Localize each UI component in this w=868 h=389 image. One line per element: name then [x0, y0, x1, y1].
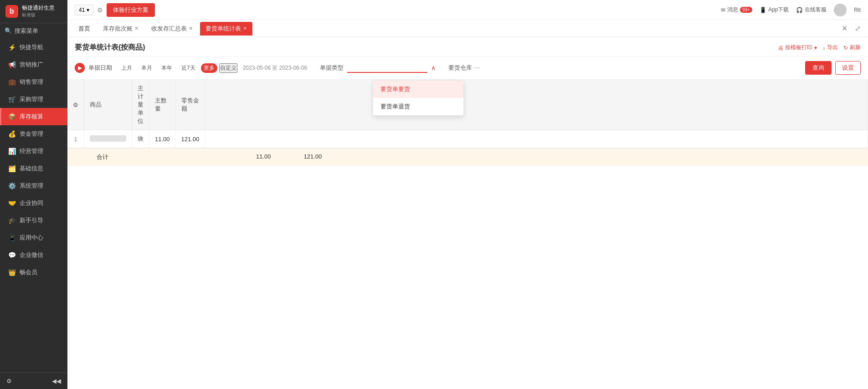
warehouse-filter-label: 要货仓库 — [448, 64, 472, 72]
wechat-icon: 💬 — [8, 251, 16, 259]
date-btn-last-month[interactable]: 上月 — [118, 63, 136, 73]
col-extra — [205, 80, 868, 130]
chevron-down-icon: ▾ — [87, 7, 89, 13]
sidebar-item-vip[interactable]: 👑 畅会员 — [0, 264, 67, 281]
tab-order-stats[interactable]: 要货单统计表 ✕ — [200, 22, 252, 36]
col-goods: 商品 — [84, 80, 132, 130]
settings-icon[interactable]: ⚙ — [97, 6, 103, 14]
tab-restore-icon[interactable]: ⤢ — [853, 22, 863, 35]
sidebar-item-guide[interactable]: 🎓 新手引导 — [0, 212, 67, 229]
print-template-btn[interactable]: 🖨 按模板打印 ▾ — [778, 44, 817, 51]
print-icon: 🖨 — [778, 45, 783, 51]
app-download-btn[interactable]: 📱 App下载 — [760, 6, 789, 14]
sidebar-item-quick-nav[interactable]: ⚡ 快捷导航 — [0, 39, 67, 56]
filter-expand-btn[interactable]: ▶ — [75, 63, 85, 73]
cell-amount: 121.00 — [175, 130, 205, 148]
sidebar-item-basic-info[interactable]: 🗂️ 基础信息 — [0, 160, 67, 177]
date-range-display: 2023-05-06 至 2023-06-06 — [243, 64, 307, 72]
tabbar: 首页 库存批次账 ✕ 收发存汇总表 ✕ 要货单统计表 ✕ ✕ ⤢ — [67, 20, 868, 37]
data-table: ⚙ 商品 主计量单位 主数量 零售金额 1 — [67, 80, 868, 148]
app-center-icon: 📱 — [8, 234, 16, 241]
type-filter-arrow[interactable]: ∧ — [431, 64, 436, 72]
guide-icon: 🎓 — [8, 217, 16, 224]
cell-index: 1 — [67, 130, 84, 148]
sidebar-item-label: 新手引导 — [20, 216, 43, 225]
mobile-icon: 📱 — [760, 7, 766, 13]
sidebar-item-label: 营销推广 — [20, 61, 43, 69]
sidebar-search-label: 搜索菜单 — [15, 27, 38, 35]
sidebar-item-inventory[interactable]: 📦 库存核算 — [0, 108, 67, 125]
date-btn-this-year[interactable]: 本年 — [158, 63, 176, 73]
footer-total-amount: 121.00 — [304, 153, 322, 161]
filter-type-section: 单据类型 ∧ — [320, 63, 436, 73]
tab-inventory-batch[interactable]: 库存批次账 ✕ — [98, 22, 144, 36]
sidebar-search[interactable]: 🔍 搜索菜单 — [0, 23, 67, 39]
online-service-btn[interactable]: 🎧 在线客服 — [796, 6, 827, 14]
user-avatar[interactable] — [834, 4, 847, 16]
sidebar: b 畅捷通好生意 标准版 🔍 搜索菜单 ⚡ 快捷导航 📢 营销推广 💼 销售管理… — [0, 0, 67, 389]
type-filter-label: 单据类型 — [320, 64, 344, 72]
tab-order-stats-close[interactable]: ✕ — [243, 26, 247, 31]
warehouse-filter-dots[interactable]: ··· — [474, 64, 480, 72]
tab-inventory-batch-close[interactable]: ✕ — [134, 26, 139, 31]
setting-btn[interactable]: 设置 — [835, 61, 861, 75]
topbar-left: 41 ▾ ⚙ 体验行业方案 — [75, 3, 715, 17]
enterprise-icon: 🤝 — [8, 200, 16, 207]
tab-receivable-summary[interactable]: 收发存汇总表 ✕ — [146, 22, 198, 36]
app-logo-icon: b — [5, 5, 18, 18]
sales-icon: 💼 — [8, 78, 16, 86]
sidebar-item-app-center[interactable]: 📱 应用中心 — [0, 229, 67, 246]
topbar-right: ✉ 消息 99+ 📱 App下载 🎧 在线客服 Rit — [721, 4, 861, 16]
tab-home[interactable]: 首页 — [73, 22, 96, 36]
sidebar-item-system[interactable]: ⚙️ 系统管理 — [0, 177, 67, 194]
sidebar-item-operations[interactable]: 📊 经营管理 — [0, 143, 67, 160]
date-quick-buttons: 上月 本月 本年 近7天 更多 自定义 — [118, 63, 237, 73]
query-btn[interactable]: 查询 — [805, 61, 832, 75]
tab-close-all-icon[interactable]: ✕ — [840, 22, 849, 35]
footer-total-label: 合计 — [91, 153, 114, 161]
purchase-icon: 🛒 — [8, 96, 16, 103]
sidebar-item-purchase[interactable]: 🛒 采购管理 — [0, 91, 67, 108]
date-filter-label: 单据日期 — [88, 64, 112, 72]
sidebar-item-enterprise[interactable]: 🤝 企业协同 — [0, 194, 67, 212]
date-btn-7days[interactable]: 近7天 — [178, 63, 199, 73]
expand-icon: ▶ — [78, 65, 82, 71]
tab-home-label: 首页 — [78, 25, 90, 33]
sidebar-item-wechat[interactable]: 💬 企业微信 — [0, 246, 67, 264]
sidebar-footer: ⚙ ◀◀ — [0, 373, 67, 389]
cell-quantity: 11.00 — [149, 130, 176, 148]
online-service-label: 在线客服 — [805, 6, 827, 14]
date-btn-this-month[interactable]: 本月 — [138, 63, 156, 73]
vip-icon: 👑 — [8, 269, 16, 276]
sidebar-item-finance[interactable]: 💰 资金管理 — [0, 125, 67, 143]
sidebar-item-label: 库存核算 — [20, 113, 43, 121]
messages-btn[interactable]: ✉ 消息 99+ — [721, 6, 752, 14]
sidebar-collapse-icon[interactable]: ◀◀ — [52, 378, 61, 384]
search-icon: 🔍 — [5, 27, 12, 34]
tab-receivable-summary-close[interactable]: ✕ — [189, 26, 193, 31]
refresh-btn[interactable]: ↻ 刷新 — [843, 44, 861, 51]
tab-order-stats-label: 要货单统计表 — [205, 25, 241, 33]
sidebar-item-marketing[interactable]: 📢 营销推广 — [0, 56, 67, 73]
sidebar-item-label: 销售管理 — [20, 78, 43, 86]
sidebar-item-sales[interactable]: 💼 销售管理 — [0, 73, 67, 91]
page-content: 要货单统计表(按商品) 🖨 按模板打印 ▾ ↓ 导出 ↻ 刷新 — [67, 37, 868, 389]
sidebar-item-label: 系统管理 — [20, 182, 43, 190]
company-selector[interactable]: 41 ▾ — [75, 5, 93, 15]
company-name: 41 — [79, 7, 85, 13]
sidebar-settings-icon[interactable]: ⚙ — [6, 378, 12, 384]
table-body: 1 块 11.00 121.00 — [67, 130, 868, 148]
main-content: 41 ▾ ⚙ 体验行业方案 ✉ 消息 99+ 📱 App下载 🎧 在线客服 Ri… — [67, 0, 868, 389]
export-btn[interactable]: ↓ 导出 — [822, 44, 838, 51]
inventory-icon: 📦 — [8, 113, 16, 120]
trial-btn[interactable]: 体验行业方案 — [107, 3, 155, 17]
col-settings[interactable]: ⚙ — [67, 80, 84, 130]
message-icon: ✉ — [721, 7, 725, 13]
dropdown-item-order-return[interactable]: 要货单退货 — [373, 98, 463, 115]
footer-total-quantity: 11.00 — [251, 153, 277, 161]
dropdown-item-order-goods[interactable]: 要货单要货 — [373, 81, 463, 98]
cell-unit: 块 — [132, 130, 149, 148]
type-filter-input[interactable] — [347, 63, 427, 73]
date-btn-custom[interactable]: 自定义 — [219, 63, 237, 73]
date-btn-more[interactable]: 更多 — [201, 63, 217, 73]
